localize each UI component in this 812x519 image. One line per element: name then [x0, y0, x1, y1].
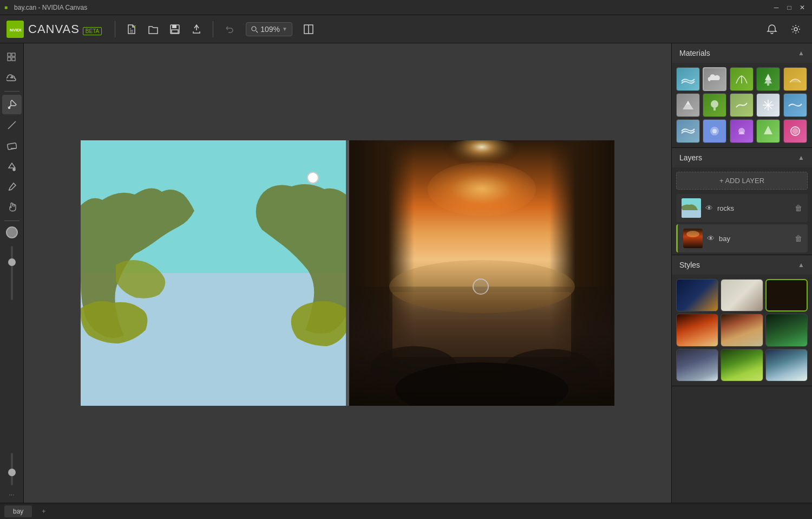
material-water2[interactable] — [783, 93, 807, 117]
minimize-button[interactable]: ─ — [771, 2, 782, 13]
layer-rocks-visibility-icon[interactable]: 👁 — [705, 204, 713, 212]
layer-bay-delete-icon[interactable]: 🗑 — [795, 234, 802, 243]
material-blue[interactable] — [703, 119, 726, 143]
style-meadow[interactable] — [721, 349, 763, 381]
layers-header[interactable]: Layers ▲ — [672, 148, 812, 167]
canvas-panels — [81, 140, 614, 406]
material-wave[interactable] — [676, 119, 700, 143]
toolbar-separator-2 — [213, 21, 213, 37]
style-mist-thumb — [677, 349, 718, 381]
brush-tool[interactable] — [2, 95, 22, 114]
style-cloud[interactable] — [721, 279, 763, 312]
left-sidebar: ··· — [0, 43, 24, 503]
styles-title: Styles — [679, 261, 700, 269]
grid-tool[interactable] — [2, 48, 22, 67]
photo-svg — [349, 140, 614, 406]
material-purple[interactable] — [730, 119, 754, 143]
canvas-area[interactable] — [24, 43, 671, 503]
titlebar: ■ bay.can - NVIDIA Canvas ─ □ ✕ — [0, 0, 812, 15]
title-text: bay.can - NVIDIA Canvas — [10, 4, 770, 11]
undo-button[interactable] — [220, 20, 239, 39]
style-sunset[interactable] — [676, 314, 718, 346]
style-meadow-thumb — [721, 349, 762, 381]
fill-tool[interactable] — [2, 157, 22, 176]
style-dark[interactable] — [765, 279, 808, 312]
material-sand[interactable] — [783, 67, 807, 91]
size-slider[interactable] — [11, 453, 13, 485]
compare-button[interactable] — [299, 20, 318, 39]
sketch-canvas[interactable] — [81, 140, 346, 406]
line-tool[interactable] — [2, 115, 22, 135]
new-file-button[interactable] — [122, 20, 141, 39]
zoom-value: 109% — [260, 25, 280, 34]
materials-section: Materials ▲ — [672, 43, 812, 148]
save-file-button[interactable] — [165, 20, 185, 39]
export-button[interactable] — [187, 20, 206, 39]
svg-point-5 — [252, 27, 256, 31]
add-layer-button[interactable]: + ADD LAYER — [676, 172, 808, 190]
svg-rect-3 — [172, 25, 176, 28]
zoom-dropdown-icon: ▼ — [282, 26, 287, 32]
nvidia-logo: NVIDIA — [6, 21, 24, 38]
layers-chevron-icon: ▲ — [798, 154, 804, 161]
layer-bay-thumbnail — [683, 229, 703, 248]
photo-canvas[interactable] — [349, 140, 614, 406]
material-mountain[interactable] — [676, 93, 700, 117]
material-beach[interactable] — [730, 93, 754, 117]
close-button[interactable]: ✕ — [797, 2, 808, 13]
toolbar-right — [762, 20, 806, 39]
layer-bay[interactable]: 👁 bay 🗑 — [676, 224, 808, 252]
material-water[interactable] — [676, 67, 700, 91]
zoom-control[interactable]: 109% ▼ — [246, 22, 292, 36]
style-green-lake[interactable] — [765, 314, 808, 346]
open-file-button[interactable] — [143, 20, 163, 39]
layer-bay-name: bay — [719, 235, 790, 243]
material-snow[interactable] — [756, 93, 780, 117]
settings-button[interactable] — [786, 20, 806, 39]
white-indicator — [307, 172, 319, 184]
material-pink[interactable] — [783, 119, 807, 143]
styles-section: Styles ▲ — [672, 255, 812, 386]
style-sunset-thumb — [677, 314, 718, 346]
tab-plus-icon: + — [42, 508, 45, 515]
tab-bay[interactable]: bay — [4, 505, 32, 517]
svg-point-13 — [8, 107, 10, 109]
hand-tool[interactable] — [2, 198, 22, 217]
material-forest[interactable] — [756, 67, 780, 91]
styles-chevron-icon: ▲ — [798, 261, 804, 269]
style-night[interactable] — [676, 279, 718, 312]
materials-header[interactable]: Materials ▲ — [672, 43, 812, 63]
material-tree[interactable] — [703, 93, 726, 117]
style-mountain[interactable] — [721, 314, 763, 346]
material-grass[interactable] — [730, 67, 754, 91]
svg-rect-11 — [8, 57, 11, 61]
color-swatch[interactable] — [6, 226, 18, 238]
right-panel: Materials ▲ — [671, 43, 812, 503]
eyedropper-tool[interactable] — [2, 177, 22, 197]
canvas-label: CANVAS — [28, 22, 80, 36]
size-thumb — [8, 469, 16, 476]
opacity-slider[interactable] — [11, 246, 13, 300]
more-options: ··· — [9, 491, 14, 498]
canvas-divider[interactable] — [346, 140, 349, 406]
styles-header[interactable]: Styles ▲ — [672, 255, 812, 275]
toolbar: NVIDIA CANVAS BETA — [0, 15, 812, 43]
svg-rect-12 — [12, 57, 15, 61]
material-cloud[interactable] — [703, 67, 726, 91]
cloud-upload-tool[interactable] — [2, 68, 22, 88]
tool-separator-1 — [4, 91, 19, 92]
zoom-icon — [251, 25, 258, 33]
toolbar-separator-1 — [115, 21, 115, 37]
tab-new[interactable]: + — [33, 505, 54, 517]
layer-rocks[interactable]: 👁 rocks 🗑 — [676, 194, 808, 222]
layer-bay-visibility-icon[interactable]: 👁 — [707, 234, 715, 243]
maximize-button[interactable]: □ — [784, 2, 795, 13]
style-alpine[interactable] — [765, 349, 808, 381]
layer-rocks-delete-icon[interactable]: 🗑 — [795, 204, 802, 212]
style-mist[interactable] — [676, 349, 718, 381]
main-content: ··· — [0, 43, 812, 503]
style-alpine-thumb — [766, 349, 807, 381]
eraser-tool[interactable] — [2, 136, 22, 155]
notifications-button[interactable] — [762, 20, 782, 39]
material-greenlight[interactable] — [756, 119, 780, 143]
